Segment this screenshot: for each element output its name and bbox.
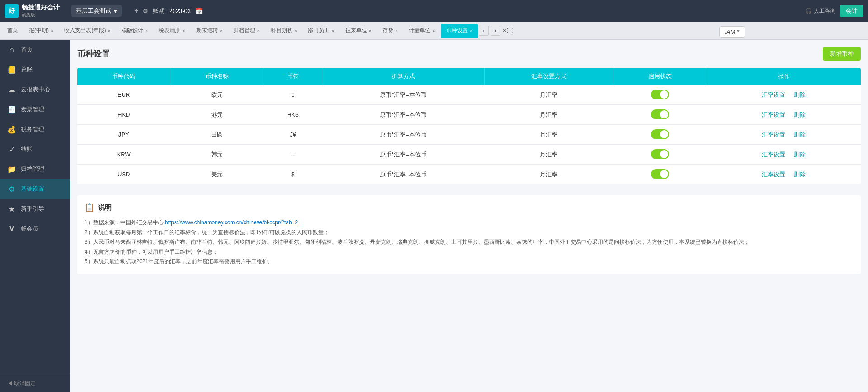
notice-item-5: 5）系统只能自动抓取2021年度后的汇率，之前年度汇率需要用用户手工维护。 bbox=[85, 257, 854, 267]
rate-settings-link[interactable]: 汇率设置 bbox=[762, 151, 785, 158]
tab-close[interactable]: × bbox=[432, 28, 435, 33]
sidebar-collapse-button[interactable]: ◀ 取消固定 bbox=[0, 375, 70, 392]
sidebar-item-settings[interactable]: ⚙ 基础设置 bbox=[0, 179, 70, 199]
tab-template[interactable]: 模版设计 × bbox=[116, 24, 153, 38]
rate-settings-link[interactable]: 汇率设置 bbox=[762, 131, 785, 138]
tab-close[interactable]: × bbox=[257, 28, 259, 33]
cell-symbol: HK$ bbox=[264, 105, 322, 125]
tab-close[interactable]: × bbox=[108, 28, 110, 33]
project-selector[interactable]: 基层工会测试 ▾ bbox=[71, 5, 122, 17]
delete-link[interactable]: 删除 bbox=[794, 171, 806, 178]
tab-inventory[interactable]: 存货 × bbox=[377, 24, 403, 38]
delete-link[interactable]: 删除 bbox=[794, 151, 806, 158]
tab-period-end[interactable]: 期末结转 × bbox=[191, 24, 228, 38]
tab-close[interactable]: × bbox=[470, 28, 472, 33]
tab-currency[interactable]: 币种设置 × bbox=[441, 24, 478, 38]
cell-status[interactable] bbox=[613, 85, 707, 105]
cell-status[interactable] bbox=[613, 145, 707, 165]
settings-icon[interactable]: ⚙ bbox=[143, 8, 148, 14]
tab-prev-button[interactable]: ‹ bbox=[479, 26, 489, 36]
tab-close[interactable]: × bbox=[182, 28, 185, 33]
sidebar-item-settlement[interactable]: ✓ 结账 bbox=[0, 139, 70, 159]
tab-close-all-button[interactable]: × bbox=[502, 27, 506, 35]
toggle-switch[interactable] bbox=[651, 90, 669, 99]
sidebar-item-ledger[interactable]: 📒 总账 bbox=[0, 60, 70, 80]
tab-unit[interactable]: 计量单位 × bbox=[403, 24, 440, 38]
member-icon: V bbox=[7, 224, 16, 233]
tab-income-year[interactable]: 收入支出表(年报) × bbox=[59, 24, 116, 38]
tab-expand-button[interactable]: ⛶ bbox=[507, 27, 513, 34]
page-header: 币种设置 新增币种 bbox=[77, 47, 861, 61]
delete-link[interactable]: 删除 bbox=[794, 131, 806, 138]
cell-code: EUR bbox=[77, 85, 170, 105]
cell-status[interactable] bbox=[613, 105, 707, 125]
toggle-switch[interactable] bbox=[651, 149, 669, 159]
tab-label: 归档管理 bbox=[233, 27, 255, 34]
top-bar: 好 畅捷通好会计 旗舰版 基层工会测试 ▾ + ⚙ 账期 2023-03 📅 🎧… bbox=[0, 0, 868, 22]
calendar-icon[interactable]: 📅 bbox=[195, 8, 203, 14]
sidebar-item-archive[interactable]: 📁 归档管理 bbox=[0, 159, 70, 179]
sidebar-label: 归档管理 bbox=[21, 165, 44, 173]
cell-actions: 汇率设置 删除 bbox=[707, 125, 861, 145]
tab-close[interactable]: × bbox=[220, 28, 222, 33]
account-button[interactable]: 会计 bbox=[840, 5, 863, 17]
cell-actions: 汇率设置 删除 bbox=[707, 145, 861, 165]
sidebar-item-member[interactable]: V 畅会员 bbox=[0, 219, 70, 239]
toggle-switch[interactable] bbox=[651, 169, 669, 179]
th-code: 币种代码 bbox=[77, 68, 170, 85]
tab-tax[interactable]: 税表清册 × bbox=[153, 24, 190, 38]
rate-settings-link[interactable]: 汇率设置 bbox=[762, 111, 785, 118]
tab-archive[interactable]: 归档管理 × bbox=[228, 24, 265, 38]
tab-close[interactable]: × bbox=[331, 28, 334, 33]
tax-icon: 💰 bbox=[7, 125, 16, 134]
tab-close[interactable]: × bbox=[145, 28, 148, 33]
notice-list: 1）数据来源：中国外汇交易中心 https://www.chinamoney.c… bbox=[85, 218, 854, 267]
cell-symbol: € bbox=[264, 85, 322, 105]
cell-code: USD bbox=[77, 165, 170, 184]
sidebar-item-home[interactable]: ⌂ 首页 bbox=[0, 40, 70, 60]
sidebar-item-reports[interactable]: ☁ 云报表中心 bbox=[0, 80, 70, 99]
toggle-knob bbox=[660, 90, 668, 99]
top-bar-mid: + ⚙ 账期 2023-03 📅 bbox=[125, 7, 802, 15]
cell-status[interactable] bbox=[613, 125, 707, 145]
toggle-switch[interactable] bbox=[651, 129, 669, 139]
cell-symbol: $ bbox=[264, 165, 322, 184]
help-button[interactable]: 🎧 人工咨询 bbox=[805, 7, 835, 15]
tab-label: 报(中期) bbox=[29, 27, 49, 34]
tab-close[interactable]: × bbox=[395, 28, 398, 33]
delete-link[interactable]: 删除 bbox=[794, 91, 806, 98]
tab-dept[interactable]: 部门员工 × bbox=[302, 24, 340, 38]
toggle-knob bbox=[660, 130, 668, 138]
tab-close[interactable]: × bbox=[294, 28, 297, 33]
sidebar-item-tax[interactable]: 💰 税务管理 bbox=[0, 119, 70, 139]
rate-settings-link[interactable]: 汇率设置 bbox=[762, 171, 785, 178]
tab-contacts[interactable]: 往来单位 × bbox=[340, 24, 377, 38]
tab-subject[interactable]: 科目期初 × bbox=[265, 24, 302, 38]
tab-next-button[interactable]: › bbox=[491, 26, 500, 36]
cell-status[interactable] bbox=[613, 165, 707, 184]
tab-home[interactable]: 首页 bbox=[2, 24, 24, 38]
new-currency-button[interactable]: 新增币种 bbox=[823, 47, 861, 61]
tab-close[interactable]: × bbox=[369, 28, 372, 33]
gear-icon: ⚙ bbox=[7, 184, 16, 194]
sidebar-item-guide[interactable]: ★ 新手引导 bbox=[0, 199, 70, 219]
cell-code: JPY bbox=[77, 125, 170, 145]
notice-item-4: 4）无官方牌价的币种，可以用用户手工维护汇率信息； bbox=[85, 247, 854, 257]
tab-report-mid[interactable]: 报(中期) × bbox=[24, 24, 59, 38]
table-row: JPY 日圆 J¥ 原币*汇率=本位币 月汇率 汇率设置 删除 bbox=[77, 125, 861, 145]
cell-code: KRW bbox=[77, 145, 170, 165]
sidebar-item-invoice[interactable]: 🧾 发票管理 bbox=[0, 99, 70, 119]
delete-link[interactable]: 删除 bbox=[794, 111, 806, 118]
rate-settings-link[interactable]: 汇率设置 bbox=[762, 91, 785, 98]
page-title: 币种设置 bbox=[77, 48, 110, 59]
tab-label: 首页 bbox=[7, 27, 18, 34]
sidebar-label: 畅会员 bbox=[21, 225, 38, 233]
th-symbol: 币符 bbox=[264, 68, 322, 85]
tab-close[interactable]: × bbox=[51, 28, 53, 33]
cell-name: 日圆 bbox=[170, 125, 264, 145]
tab-label: 往来单位 bbox=[345, 27, 367, 34]
toggle-switch[interactable] bbox=[651, 109, 669, 119]
add-icon[interactable]: + bbox=[134, 7, 138, 15]
notice-link[interactable]: https://www.chinamoney.com.cn/chinese/bk… bbox=[165, 219, 298, 226]
sidebar-label: 税务管理 bbox=[21, 125, 44, 133]
